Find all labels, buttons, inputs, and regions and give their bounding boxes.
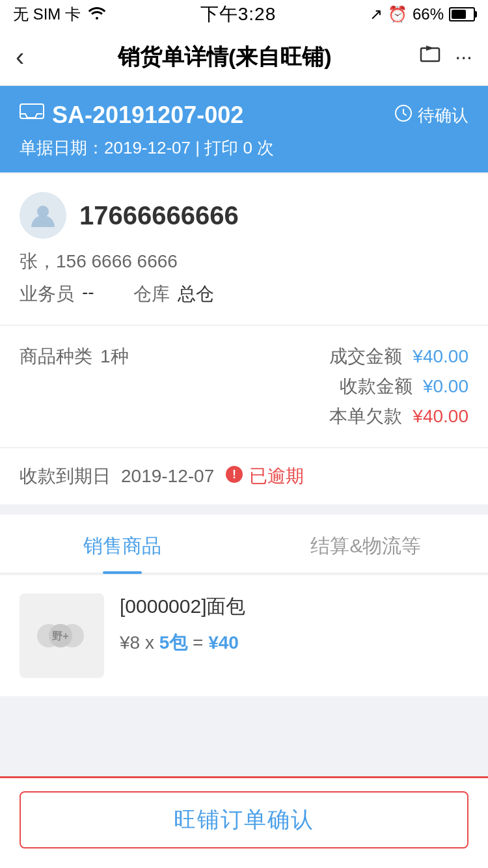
product-card: 野+ [0000002]面包 ¥8 x 5包 = ¥40 (0, 575, 488, 696)
summary-left: 商品种类 1种 (20, 344, 129, 369)
summary-card: 商品种类 1种 成交金额 ¥40.00 收款金额 ¥0.00 本单欠款 ¥40.… (0, 326, 488, 447)
svg-rect-0 (421, 48, 439, 61)
warning-icon: ! (224, 465, 244, 489)
product-info: [0000002]面包 ¥8 x 5包 = ¥40 (120, 593, 468, 655)
order-status: 待确认 (394, 104, 468, 127)
customer-phone: 17666666666 (79, 201, 239, 230)
debt-amount-row: 本单欠款 ¥40.00 (329, 404, 468, 429)
salesperson-meta: 业务员 -- (20, 282, 94, 306)
clock-icon (394, 104, 413, 127)
warehouse-meta: 仓库 总仓 (133, 282, 214, 306)
status-bar-left: 无 SIM 卡 (13, 4, 107, 25)
debt-amount: ¥40.00 (413, 406, 468, 427)
product-price: ¥8 x (120, 632, 159, 653)
customer-meta: 业务员 -- 仓库 总仓 (20, 282, 468, 306)
tabs-row: 销售商品 结算&物流等 (0, 515, 488, 574)
due-date-card: 收款到期日 2019-12-07 ! 已逾期 (0, 448, 488, 504)
status-bar-right: ↗ ⏰ 66% (370, 5, 475, 23)
alarm-icon: ⏰ (388, 5, 407, 23)
nav-actions: ··· (418, 43, 472, 72)
product-thumbnail: 野+ (20, 593, 104, 678)
product-qty: 5包 (159, 632, 188, 653)
deal-amount: ¥40.00 (413, 346, 468, 367)
order-id: SA-20191207-002 (20, 102, 243, 129)
page-title: 销货单详情(来自旺铺) (31, 42, 418, 72)
deal-amount-row: 成交金额 ¥40.00 (329, 344, 468, 369)
product-types-row: 商品种类 1种 (20, 344, 129, 369)
svg-text:!: ! (232, 468, 236, 481)
status-bar-time: 下午3:28 (200, 2, 277, 27)
svg-rect-1 (20, 104, 44, 118)
wifi-icon (87, 5, 107, 23)
due-date-value: 2019-12-07 (121, 466, 214, 487)
overdue-badge: ! 已逾期 (224, 464, 304, 489)
tabs-container: 销售商品 结算&物流等 (0, 515, 488, 574)
location-icon: ↗ (370, 5, 383, 23)
product-price-row: ¥8 x 5包 = ¥40 (120, 631, 468, 655)
inbox-icon (20, 102, 44, 129)
overdue-text: 已逾期 (249, 464, 304, 489)
more-icon[interactable]: ··· (455, 45, 472, 69)
order-header: SA-20191207-002 待确认 单据日期：2019-12-07 | 打印… (0, 86, 488, 172)
tab-sales[interactable]: 销售商品 (0, 515, 244, 573)
product-total: ¥40 (208, 632, 239, 653)
summary-right: 成交金额 ¥40.00 收款金额 ¥0.00 本单欠款 ¥40.00 (329, 344, 468, 429)
back-button[interactable]: ‹ (9, 36, 31, 78)
customer-avatar (20, 192, 66, 239)
order-date: 单据日期：2019-12-07 | 打印 0 次 (20, 137, 468, 159)
bottom-bar: 旺铺订单确认 (0, 776, 488, 868)
confirm-order-button[interactable]: 旺铺订单确认 (20, 791, 468, 848)
customer-card: 17666666666 张，156 6666 6666 业务员 -- 仓库 总仓 (0, 174, 488, 325)
product-equals: = (193, 632, 208, 653)
received-amount: ¥0.00 (423, 376, 468, 397)
carrier-text: 无 SIM 卡 (13, 4, 81, 25)
battery-text: 66% (413, 5, 444, 23)
tab-settlement[interactable]: 结算&物流等 (244, 515, 488, 573)
product-name: [0000002]面包 (120, 593, 468, 620)
due-date-label: 收款到期日 (20, 464, 111, 489)
received-amount-row: 收款金额 ¥0.00 (340, 374, 468, 399)
nav-bar: ‹ 销货单详情(来自旺铺) ··· (0, 29, 488, 86)
customer-name: 张，156 6666 6666 (20, 249, 468, 274)
status-bar: 无 SIM 卡 下午3:28 ↗ ⏰ 66% (0, 0, 488, 29)
svg-text:野+: 野+ (52, 631, 68, 642)
battery-icon (449, 7, 475, 21)
share-icon[interactable] (418, 43, 442, 72)
